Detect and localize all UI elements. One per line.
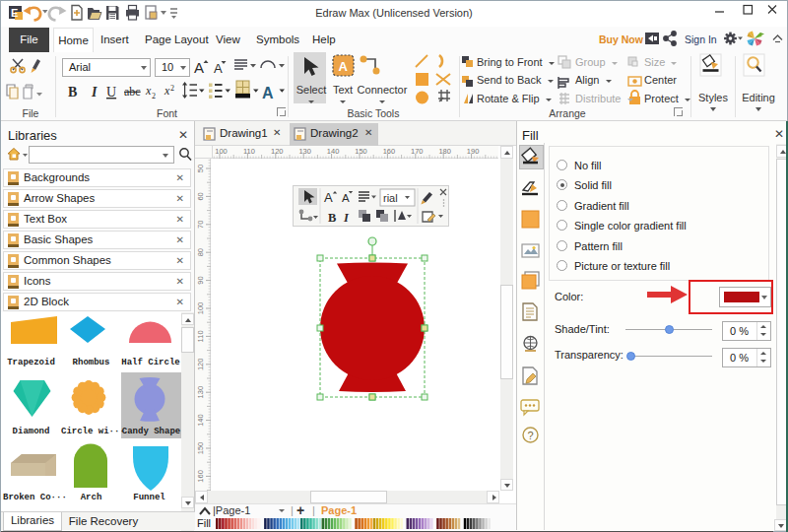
svg-text:2: 2 <box>152 92 156 100</box>
svg-text:180: 180 <box>438 147 451 156</box>
svg-text:150: 150 <box>355 147 367 156</box>
svg-text:rial: rial <box>383 192 398 204</box>
svg-text:120: 120 <box>196 359 205 371</box>
svg-text:130: 130 <box>196 386 205 399</box>
svg-text:I: I <box>91 85 98 100</box>
svg-text:110: 110 <box>196 330 205 342</box>
svg-text:160: 160 <box>383 147 396 156</box>
svg-text:A: A <box>262 85 274 101</box>
svg-text:110: 110 <box>243 147 255 156</box>
svg-text:90: 90 <box>196 276 205 284</box>
svg-text:x: x <box>145 84 152 98</box>
svg-text:A: A <box>214 61 223 76</box>
svg-text:?: ? <box>528 430 534 441</box>
svg-text:I: I <box>343 211 350 225</box>
svg-text:120: 120 <box>271 147 284 156</box>
svg-text:A: A <box>194 59 204 76</box>
svg-text:130: 130 <box>298 147 311 156</box>
svg-text:170: 170 <box>411 147 424 156</box>
svg-text:B: B <box>328 211 336 225</box>
svg-text:60: 60 <box>196 192 205 200</box>
svg-text:150: 150 <box>196 442 205 455</box>
svg-text:B: B <box>68 85 77 100</box>
svg-text:80: 80 <box>196 248 205 256</box>
svg-text:50: 50 <box>196 165 205 172</box>
svg-text:A: A <box>342 192 350 204</box>
svg-text:160: 160 <box>196 470 205 483</box>
svg-text:U: U <box>106 85 116 100</box>
svg-text:140: 140 <box>327 147 340 156</box>
svg-text:x: x <box>164 84 170 98</box>
svg-text:100: 100 <box>196 302 205 315</box>
svg-text:70: 70 <box>196 221 205 229</box>
svg-text:140: 140 <box>196 414 205 427</box>
svg-text:2: 2 <box>170 84 174 93</box>
svg-text:190: 190 <box>467 147 480 156</box>
svg-text:abc: abc <box>124 85 141 99</box>
svg-text:A: A <box>324 190 333 205</box>
svg-text:100: 100 <box>215 147 228 156</box>
svg-text:A: A <box>339 59 349 74</box>
